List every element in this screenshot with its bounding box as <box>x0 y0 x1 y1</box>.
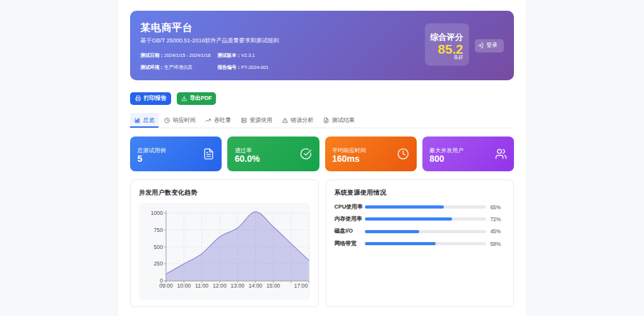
svg-text:13:00: 13:00 <box>230 282 244 288</box>
svg-text:12:00: 12:00 <box>213 282 227 288</box>
svg-text:15:00: 15:00 <box>266 282 280 288</box>
svg-text:500: 500 <box>154 243 164 250</box>
svg-text:250: 250 <box>154 260 164 267</box>
svg-text:17:00: 17:00 <box>294 282 308 288</box>
svg-text:750: 750 <box>154 227 164 233</box>
svg-text:1000: 1000 <box>151 210 163 216</box>
svg-text:14:00: 14:00 <box>249 282 263 288</box>
svg-text:09:00: 09:00 <box>159 282 173 288</box>
svg-text:10:00: 10:00 <box>177 282 191 288</box>
svg-text:11:00: 11:00 <box>195 282 208 288</box>
